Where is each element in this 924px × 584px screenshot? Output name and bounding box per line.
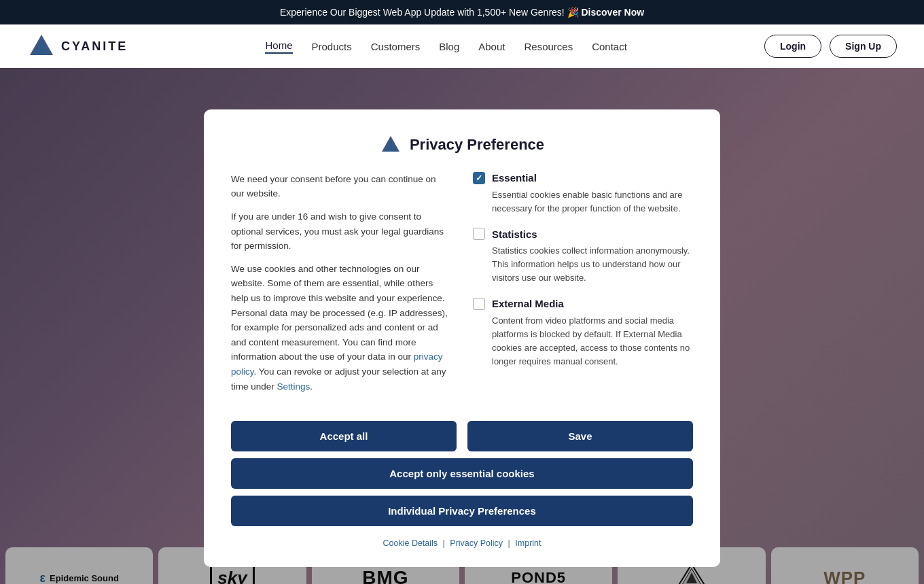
essential-desc: Essential cookies enable basic functions… <box>473 188 693 216</box>
banner-text: Experience Our Biggest Web App Update wi… <box>280 7 579 18</box>
modal-para-3: We use cookies and other technologies on… <box>231 262 451 394</box>
external-media-header: External Media <box>473 298 693 310</box>
nav-about[interactable]: About <box>478 41 505 52</box>
modal-footer: Cookie Details | Privacy Policy | Imprin… <box>231 538 693 548</box>
statistics-header: Statistics <box>473 228 693 240</box>
main-nav: Home Products Customers Blog About Resou… <box>265 39 626 54</box>
privacy-policy-link[interactable]: privacy policy <box>231 351 442 377</box>
modal-description: We need your consent before you can cont… <box>231 172 451 402</box>
nav-contact[interactable]: Contact <box>592 41 627 52</box>
external-media-label: External Media <box>492 298 564 309</box>
modal-options: Essential Essential cookies enable basic… <box>473 172 693 402</box>
cookie-option-external-media: External Media Content from video platfo… <box>473 298 693 369</box>
statistics-label: Statistics <box>492 228 537 240</box>
login-button[interactable]: Login <box>764 35 821 58</box>
statistics-checkbox[interactable] <box>473 228 485 240</box>
modal-para-1: We need your consent before you can cont… <box>231 172 451 201</box>
nav-products[interactable]: Products <box>312 41 352 52</box>
accept-all-button[interactable]: Accept all <box>231 421 457 451</box>
nav-resources[interactable]: Resources <box>524 41 573 52</box>
essential-checkbox[interactable] <box>473 172 485 184</box>
individual-privacy-button[interactable]: Individual Privacy Preferences <box>231 496 693 526</box>
privacy-modal: Privacy Preference We need your consent … <box>204 109 720 567</box>
top-banner: Experience Our Biggest Web App Update wi… <box>0 0 924 24</box>
nav-blog[interactable]: Blog <box>439 41 459 52</box>
nav-customers[interactable]: Customers <box>371 41 421 52</box>
modal-overlay: Privacy Preference We need your consent … <box>0 68 924 584</box>
logo-icon <box>27 32 56 61</box>
statistics-desc: Statistics cookies collect information a… <box>473 244 693 285</box>
cookie-option-essential: Essential Essential cookies enable basic… <box>473 172 693 216</box>
external-media-desc: Content from video platforms and social … <box>473 314 693 369</box>
modal-title: Privacy Preference <box>410 136 544 154</box>
signup-button[interactable]: Sign Up <box>830 35 897 58</box>
accept-essential-button[interactable]: Accept only essential cookies <box>231 458 693 489</box>
save-button[interactable]: Save <box>467 421 693 451</box>
imprint-link[interactable]: Imprint <box>515 538 541 548</box>
main-background: Privacy Preference We need your consent … <box>0 68 924 584</box>
external-media-checkbox[interactable] <box>473 298 485 310</box>
cookie-details-link[interactable]: Cookie Details <box>383 538 438 548</box>
modal-header: Privacy Preference <box>231 134 693 156</box>
essential-header: Essential <box>473 172 693 184</box>
logo-text: CYANITE <box>61 39 128 54</box>
banner-link[interactable]: Discover Now <box>582 7 645 18</box>
modal-para-2: If you are under 16 and wish to give con… <box>231 209 451 254</box>
cookie-option-statistics: Statistics Statistics cookies collect in… <box>473 228 693 285</box>
nav-home[interactable]: Home <box>265 39 292 54</box>
logo: CYANITE <box>27 32 128 61</box>
header: CYANITE Home Products Customers Blog Abo… <box>0 24 924 68</box>
modal-logo-icon <box>380 134 402 156</box>
settings-link[interactable]: Settings <box>277 381 310 392</box>
privacy-policy-footer-link[interactable]: Privacy Policy <box>450 538 503 548</box>
modal-primary-buttons: Accept all Save <box>231 421 693 451</box>
modal-body: We need your consent before you can cont… <box>231 172 693 402</box>
essential-label: Essential <box>492 172 537 184</box>
header-buttons: Login Sign Up <box>764 35 897 58</box>
